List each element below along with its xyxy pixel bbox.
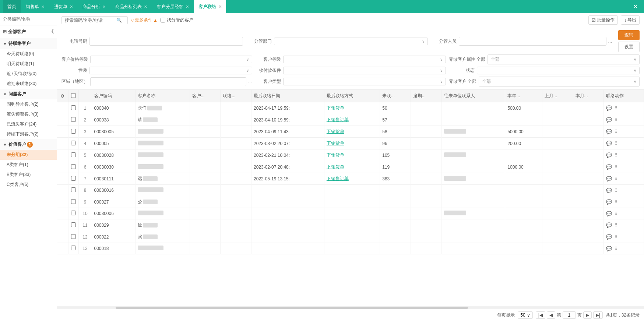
filter-search-input[interactable] (65, 18, 116, 23)
row-check[interactable] (68, 149, 78, 161)
tab-home[interactable]: 首页 (3, 0, 21, 13)
row-check[interactable] (68, 185, 78, 196)
prev-page-button[interactable]: ◀ (547, 311, 555, 319)
filter-search-icon[interactable]: 🔍 (116, 18, 122, 23)
batch-ops-button[interactable]: ☑ 批量操作 (588, 15, 618, 25)
filter-select-sparse-customer[interactable]: 全部 ∨ (479, 77, 640, 87)
row-chat-icon[interactable]: 💬 (606, 211, 612, 216)
row-chat-icon[interactable]: 💬 (606, 141, 612, 146)
row-gear[interactable] (57, 243, 68, 254)
sidebar-item-ungroup[interactable]: 未分组(32) (0, 150, 57, 160)
row-chat-icon[interactable]: 💬 (606, 199, 612, 205)
close-customer-segment-icon[interactable]: ✕ (186, 4, 189, 9)
my-customers-checkbox[interactable] (161, 18, 165, 22)
row-apps-icon[interactable]: ⠿ (614, 117, 618, 123)
row-apps-icon[interactable]: ⠿ (614, 222, 618, 228)
close-customer-contact-icon[interactable]: ✕ (218, 4, 222, 9)
row-chat-icon[interactable]: 💬 (606, 234, 612, 240)
row-check[interactable] (68, 196, 78, 208)
sidebar-group-value[interactable]: ▼ 价值客户 ↻ (0, 139, 57, 150)
per-page-select[interactable]: 50 ∨ (518, 311, 532, 319)
filter-more-conditions[interactable]: ▽ 更多条件 ▲ (131, 17, 158, 23)
row-gear[interactable] (57, 102, 68, 114)
sidebar-item-c-class[interactable]: C类客户(6) (0, 180, 57, 190)
row-apps-icon[interactable]: ⠿ (614, 141, 618, 146)
row-check[interactable] (68, 161, 78, 173)
close-sales-icon[interactable]: ✕ (41, 4, 45, 9)
row-apps-icon[interactable]: ⠿ (614, 246, 618, 251)
row-check[interactable] (68, 243, 78, 254)
row-gear[interactable] (57, 161, 68, 173)
tab-sales[interactable]: 销售单 ✕ (21, 0, 49, 13)
filter-select-payment[interactable]: ∨ (283, 67, 446, 74)
filter-input-phone[interactable] (89, 37, 243, 46)
row-apps-icon[interactable]: ⠿ (614, 129, 618, 134)
row-gear[interactable] (57, 114, 68, 126)
row-check[interactable] (68, 138, 78, 149)
sidebar-item-a-class[interactable]: A类客户(1) (0, 160, 57, 170)
row-check[interactable] (68, 231, 78, 243)
filter-select-customer-type[interactable]: ∨ (283, 78, 446, 85)
sidebar-group-pending[interactable]: ▼ 待联络客户 (0, 38, 57, 49)
reset-button[interactable]: 设置 (618, 42, 640, 52)
row-check[interactable] (68, 114, 78, 126)
row-check[interactable] (68, 126, 78, 138)
sidebar-item-abnormal[interactable]: 固购异常客户(2) (0, 99, 57, 109)
row-gear[interactable] (57, 196, 68, 208)
sidebar-item-churn-warn[interactable]: 流失预警客户(3) (0, 109, 57, 119)
row-chat-icon[interactable]: 💬 (606, 164, 612, 170)
sidebar-item-ordering-down[interactable]: 持续下滑客户(2) (0, 129, 57, 139)
row-gear[interactable] (57, 231, 68, 243)
export-button[interactable]: ↓ 导出 (621, 15, 640, 25)
region-dots-icon[interactable]: … (248, 79, 252, 84)
filter-input-region[interactable] (90, 77, 246, 86)
filter-select-dept[interactable]: ∨ (274, 38, 427, 45)
row-gear[interactable] (57, 149, 68, 161)
row-apps-icon[interactable]: ⠿ (614, 152, 618, 158)
collapse-icon[interactable]: 《 (49, 28, 54, 35)
row-chat-icon[interactable]: 💬 (606, 176, 612, 181)
select-all-checkbox[interactable] (71, 93, 76, 98)
filter-input-manager[interactable] (459, 37, 606, 46)
col-check-all[interactable] (68, 90, 78, 102)
page-number-input[interactable] (563, 311, 576, 319)
tab-product-analysis-list[interactable]: 商品分析列表 ✕ (111, 0, 152, 13)
refresh-value-icon[interactable]: ↻ (27, 142, 33, 148)
row-check[interactable] (68, 173, 78, 185)
row-gear[interactable] (57, 173, 68, 185)
row-chat-icon[interactable]: 💬 (606, 117, 612, 123)
row-chat-icon[interactable]: 💬 (606, 188, 612, 193)
filter-select-customer-level[interactable]: ∨ (283, 56, 446, 63)
row-check[interactable] (68, 102, 78, 114)
row-chat-icon[interactable]: 💬 (606, 246, 612, 251)
row-apps-icon[interactable]: ⠿ (614, 188, 618, 193)
row-apps-icon[interactable]: ⠿ (614, 211, 618, 216)
sidebar-item-b-class[interactable]: B类客户(33) (0, 170, 57, 180)
row-chat-icon[interactable]: 💬 (606, 105, 612, 111)
sidebar-item-tomorrow[interactable]: 明天待联络(1) (0, 59, 57, 69)
close-product-analysis-list-icon[interactable]: ✕ (144, 4, 147, 9)
row-chat-icon[interactable]: 💬 (606, 222, 612, 228)
last-page-button[interactable]: ▶| (593, 311, 603, 319)
tab-purchase[interactable]: 进货单 ✕ (50, 0, 77, 13)
filter-select-sparse-attr[interactable]: 全部 ∨ (488, 54, 640, 64)
tab-product-analysis[interactable]: 商品分析 ✕ (78, 0, 110, 13)
col-gear[interactable]: ⚙ (57, 90, 68, 102)
row-check[interactable] (68, 208, 78, 219)
row-apps-icon[interactable]: ⠿ (614, 199, 618, 205)
manager-dots-icon[interactable]: … (608, 39, 612, 44)
row-gear[interactable] (57, 208, 68, 219)
row-gear[interactable] (57, 185, 68, 196)
scrollbar-thumb[interactable] (116, 307, 468, 309)
row-gear[interactable] (57, 126, 68, 138)
row-apps-icon[interactable]: ⠿ (614, 105, 618, 111)
sidebar-item-overdue[interactable]: 逾期未联络(30) (0, 79, 57, 89)
row-chat-icon[interactable]: 💬 (606, 129, 612, 134)
row-gear[interactable] (57, 219, 68, 231)
sidebar-item-lost[interactable]: 已流失客户(24) (0, 119, 57, 129)
row-apps-icon[interactable]: ⠿ (614, 164, 618, 170)
all-customers-header[interactable]: ⊞ 全部客户 《 (0, 25, 57, 38)
filter-select-price-level[interactable]: ∨ (90, 56, 252, 63)
close-product-analysis-icon[interactable]: ✕ (102, 4, 106, 9)
query-button[interactable]: 查询 (618, 30, 640, 40)
